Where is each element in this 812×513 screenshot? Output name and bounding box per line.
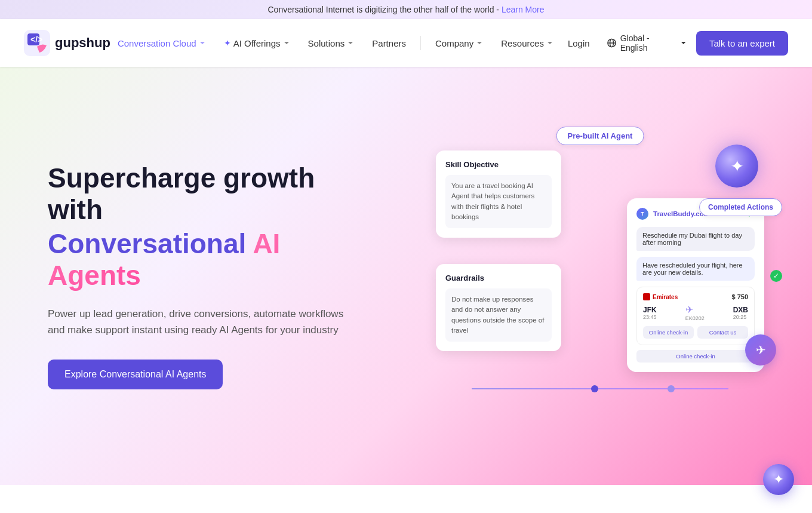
hero-title-line1: Supercharge growth with <box>48 162 358 226</box>
banner-text: Conversational Internet is digitizing th… <box>267 5 499 14</box>
prebuilt-ai-badge: Pre-built AI Agent <box>556 127 644 145</box>
destination: DXB 20:25 <box>733 306 748 320</box>
checkin-bottom-link[interactable]: Online check-in <box>636 350 755 363</box>
airline-name: Emirates <box>653 294 678 300</box>
flight-action-buttons: Online check-in Contact us <box>643 326 748 339</box>
guardrails-title: Guardrails <box>445 274 552 282</box>
skill-card-text: You are a travel booking AI Agent that h… <box>445 175 552 228</box>
login-button[interactable]: Login <box>561 33 597 53</box>
nav-partners[interactable]: Partners <box>365 33 413 53</box>
hero-content-left: Supercharge growth with Conversational A… <box>48 162 358 389</box>
chevron-down-icon <box>476 39 483 47</box>
chat-bot-message: Have rescheduled your flight, here are y… <box>636 257 755 281</box>
emirates-icon <box>643 293 650 300</box>
floating-ai-assistant[interactable] <box>763 464 794 495</box>
explore-ai-agents-button[interactable]: Explore Conversational AI Agents <box>48 360 223 389</box>
main-nav: Conversation Cloud ✦ AI Offerings Soluti… <box>110 33 561 53</box>
flight-info-card: Emirates $ 750 JFK 23:45 ✈ EK0202 DXB <box>636 287 755 345</box>
connector-line <box>472 388 728 389</box>
flight-route: JFK 23:45 ✈ EK0202 DXB 20:25 <box>643 304 748 321</box>
contact-us-button[interactable]: Contact us <box>697 326 748 339</box>
travel-chat-card: T TravelBuddy.com ✓ Reschedule my Dubai … <box>627 198 764 372</box>
connector-dot-2 <box>668 385 675 392</box>
logo[interactable]: </> gupshup <box>24 30 110 56</box>
logo-text: gupshup <box>55 35 110 51</box>
nav-conversation-cloud[interactable]: Conversation Cloud <box>110 33 213 53</box>
hero-title-line2: Conversational AI Agents <box>48 228 358 291</box>
hero-description: Power up lead generation, drive conversi… <box>48 306 358 338</box>
hero-section: Supercharge growth with Conversational A… <box>0 67 812 485</box>
announcement-banner: Conversational Internet is digitizing th… <box>0 0 812 19</box>
svg-text:</>: </> <box>30 35 42 44</box>
header-right: Login Global - English Talk to an expert <box>561 31 788 56</box>
globe-icon <box>607 38 617 48</box>
hero-mockup: Pre-built AI Agent Skill Objective You a… <box>436 127 764 425</box>
chevron-down-icon <box>546 39 553 47</box>
guardrails-card: Guardrails Do not make up responses and … <box>436 264 561 351</box>
chevron-down-icon <box>680 39 687 47</box>
nav-ai-offerings[interactable]: ✦ AI Offerings <box>217 33 297 53</box>
chevron-down-icon <box>347 39 354 47</box>
logo-icon: </> <box>24 30 50 56</box>
connector-dot-1 <box>591 385 598 392</box>
language-label: Global - English <box>620 33 676 53</box>
ai-star-icon: ✦ <box>224 38 231 48</box>
nav-divider <box>420 36 421 50</box>
flight-price: $ 750 <box>731 293 748 300</box>
guardrails-text: Do not make up responses and do not answ… <box>445 288 552 342</box>
nav-resources[interactable]: Resources <box>494 33 561 53</box>
plane-icon: ✓ <box>745 334 776 365</box>
plane-check-icon: ✓ <box>770 270 782 282</box>
flight-middle: ✈ EK0202 <box>685 304 705 321</box>
skill-card-title: Skill Objective <box>445 160 552 169</box>
origin: JFK 23:45 <box>643 306 657 320</box>
stats-section: 100 Billion+ 45,000+ 60+ <box>0 485 812 513</box>
language-selector[interactable]: Global - English <box>607 33 687 53</box>
completed-actions-badge: Completed Actions <box>699 198 782 216</box>
airline-badge: Emirates <box>643 293 678 300</box>
nav-company[interactable]: Company <box>428 33 490 53</box>
flight-arrow-icon: ✈ <box>685 305 693 315</box>
header: </> gupshup Conversation Cloud ✦ AI Offe… <box>0 19 812 67</box>
chevron-down-icon <box>199 39 206 47</box>
nav-solutions[interactable]: Solutions <box>301 33 362 53</box>
online-checkin-button[interactable]: Online check-in <box>643 326 694 339</box>
hero-conversational-text: Conversational <box>48 228 246 259</box>
ai-orb-icon <box>715 145 758 188</box>
chat-user-message: Reschedule my Dubai flight to day after … <box>636 227 755 251</box>
chevron-down-icon <box>283 39 290 47</box>
banner-learn-more-link[interactable]: Learn More <box>502 5 545 14</box>
travel-brand-icon: T <box>636 208 648 220</box>
skill-objective-card: Skill Objective You are a travel booking… <box>436 150 561 238</box>
talk-to-expert-button[interactable]: Talk to an expert <box>696 31 788 56</box>
flight-info-header: Emirates $ 750 <box>643 293 748 300</box>
